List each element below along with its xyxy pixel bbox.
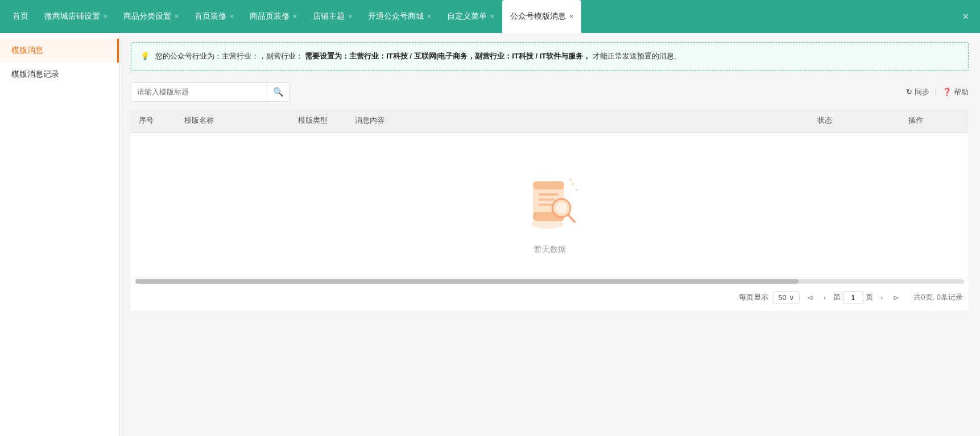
nav-tab-wsc-label: 微商城店铺设置 xyxy=(44,11,100,22)
page-size-value: 50 xyxy=(778,293,786,302)
nav-tab-open-mall-label: 开通公众号商城 xyxy=(368,11,424,22)
nav-tab-custom-menu[interactable]: 自定义菜单 × xyxy=(439,0,502,33)
nav-tab-wsc[interactable]: 微商城店铺设置 × xyxy=(36,0,115,33)
content-area: 💡 您的公众号行业为：主营行业：，副营行业： 需要设置为：主营行业：IT科技 /… xyxy=(119,33,980,436)
nav-tab-home-decor-close[interactable]: × xyxy=(230,13,234,20)
svg-point-11 xyxy=(576,189,578,191)
col-name: 模版名称 xyxy=(176,109,290,133)
page-size-prefix: 每页显示 xyxy=(739,292,768,302)
top-nav: 首页 微商城店铺设置 × 商品分类设置 × 首页装修 × 商品页装修 × 店铺主… xyxy=(0,0,980,33)
nav-tab-template-msg-close[interactable]: × xyxy=(569,13,573,20)
sidebar: 模版消息 模版消息记录 xyxy=(0,33,119,436)
notice-icon: 💡 xyxy=(140,52,150,60)
nav-tab-category-close[interactable]: × xyxy=(175,13,179,20)
data-table: 序号 模版名称 模版类型 消息内容 状态 操作 xyxy=(131,109,969,133)
svg-point-10 xyxy=(571,182,574,186)
nav-tab-home-decor[interactable]: 首页装修 × xyxy=(187,0,242,33)
scrollbar-area[interactable] xyxy=(131,277,969,284)
nav-tab-category[interactable]: 商品分类设置 × xyxy=(115,0,187,33)
nav-tab-shop-theme-close[interactable]: × xyxy=(348,13,352,20)
total-info: 共0页, 0条记录 xyxy=(913,292,963,302)
nav-tab-wsc-close[interactable]: × xyxy=(104,13,107,20)
sync-label: 同步 xyxy=(915,87,929,97)
search-actions: ↻ 同步 | ❓ 帮助 xyxy=(906,87,969,97)
svg-line-9 xyxy=(568,215,574,222)
svg-rect-4 xyxy=(539,193,559,196)
help-icon: ❓ xyxy=(942,88,952,96)
page-suffix-label: 页 xyxy=(866,292,873,302)
help-button[interactable]: ❓ 帮助 xyxy=(942,87,969,97)
svg-point-8 xyxy=(556,202,567,214)
main-layout: 模版消息 模版消息记录 💡 您的公众号行业为：主营行业：，副营行业： 需要设置为… xyxy=(0,33,980,436)
page-input-wrap: 第 页 xyxy=(833,291,873,304)
nav-tab-home-decor-label: 首页装修 xyxy=(195,11,226,22)
notice-prefix: 您的公众号行业为：主营行业：，副营行业： xyxy=(155,52,303,60)
page-number-input[interactable] xyxy=(843,291,863,304)
nav-tab-home[interactable]: 首页 xyxy=(5,0,36,33)
nav-tab-category-label: 商品分类设置 xyxy=(123,11,171,22)
svg-rect-5 xyxy=(539,198,555,201)
col-action: 操作 xyxy=(900,109,969,133)
prev-page-button[interactable]: ‹ xyxy=(821,292,829,304)
nav-tab-open-mall[interactable]: 开通公众号商城 × xyxy=(360,0,439,33)
nav-tab-template-msg[interactable]: 公众号模版消息 × xyxy=(502,0,581,33)
sync-button[interactable]: ↻ 同步 xyxy=(906,87,929,97)
table-header-row: 序号 模版名称 模版类型 消息内容 状态 操作 xyxy=(131,109,969,133)
sidebar-item-template-msg-label: 模版消息 xyxy=(11,45,43,55)
nav-tab-home-label: 首页 xyxy=(13,11,28,22)
next-page-button[interactable]: › xyxy=(878,292,886,304)
page-prefix-label: 第 xyxy=(833,292,841,302)
scrollbar-track xyxy=(135,279,964,284)
svg-rect-2 xyxy=(533,181,564,189)
nav-tab-shop-theme-label: 店铺主题 xyxy=(313,11,345,22)
nav-tab-custom-menu-close[interactable]: × xyxy=(490,13,494,20)
nav-tab-product-decor-close[interactable]: × xyxy=(293,13,297,20)
search-input[interactable] xyxy=(131,84,267,100)
empty-text: 暂无数据 xyxy=(534,244,566,255)
sidebar-item-template-msg-record[interactable]: 模版消息记录 xyxy=(0,63,119,86)
nav-tab-open-mall-close[interactable]: × xyxy=(427,13,431,20)
empty-illustration xyxy=(516,167,584,235)
page-size-arrow: ∨ xyxy=(789,293,795,302)
search-input-wrap: 🔍 xyxy=(131,82,290,102)
notice-box: 💡 您的公众号行业为：主营行业：，副营行业： 需要设置为：主营行业：IT科技 /… xyxy=(131,42,969,71)
sidebar-item-template-msg-record-label: 模版消息记录 xyxy=(11,69,59,78)
search-icon[interactable]: 🔍 xyxy=(267,83,290,101)
col-type: 模版类型 xyxy=(290,109,347,133)
first-page-button[interactable]: ⊲ xyxy=(804,292,816,304)
divider: | xyxy=(935,88,937,96)
nav-tab-product-decor-label: 商品页装修 xyxy=(250,11,290,22)
pagination: 每页显示 50 ∨ ⊲ ‹ 第 页 › ⊳ 共0页, 0条记录 xyxy=(131,284,969,311)
help-label: 帮助 xyxy=(954,87,969,97)
search-bar: 🔍 ↻ 同步 | ❓ 帮助 xyxy=(131,82,969,102)
sidebar-item-template-msg[interactable]: 模版消息 xyxy=(0,39,119,63)
sync-icon: ↻ xyxy=(906,88,912,96)
nav-tab-shop-theme[interactable]: 店铺主题 × xyxy=(305,0,360,33)
col-status: 状态 xyxy=(809,109,900,133)
nav-tab-template-msg-label: 公众号模版消息 xyxy=(510,11,566,22)
table-wrapper: 序号 模版名称 模版类型 消息内容 状态 操作 xyxy=(131,109,969,277)
close-all-button[interactable]: × xyxy=(956,11,975,23)
col-content: 消息内容 xyxy=(347,109,809,133)
empty-state: 暂无数据 xyxy=(131,133,969,277)
scrollbar-thumb[interactable] xyxy=(135,279,799,284)
col-seq: 序号 xyxy=(131,109,176,133)
last-page-button[interactable]: ⊳ xyxy=(890,292,902,304)
page-size-select[interactable]: 50 ∨ xyxy=(773,291,799,304)
nav-tab-custom-menu-label: 自定义菜单 xyxy=(447,11,487,22)
svg-point-12 xyxy=(569,178,572,181)
notice-suffix: 才能正常发送预置的消息。 xyxy=(593,52,681,60)
notice-highlight: 需要设置为：主营行业：IT科技 / 互联网|电子商务，副营行业：IT科技 / I… xyxy=(305,52,590,60)
nav-tab-product-decor[interactable]: 商品页装修 × xyxy=(242,0,305,33)
